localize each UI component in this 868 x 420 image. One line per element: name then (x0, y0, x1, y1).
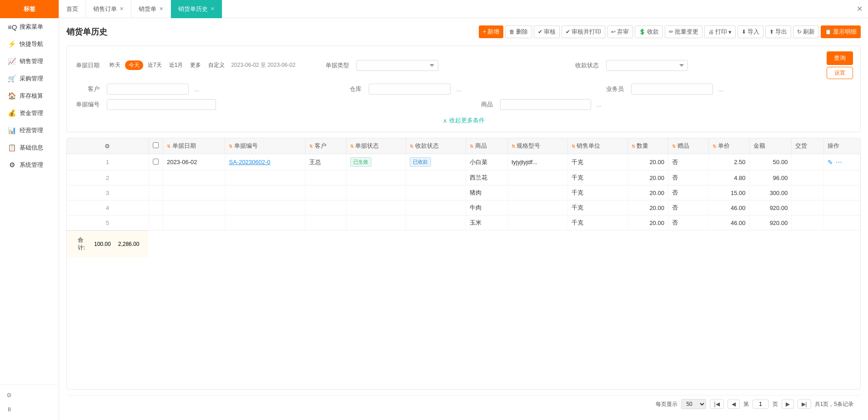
row-checkbox[interactable] (148, 185, 163, 200)
tab-sales-goods[interactable]: 销货单 ✕ (131, 0, 171, 18)
row-amount: 300.00 (749, 185, 792, 200)
refresh-button[interactable]: ↻ 刷新 (793, 25, 819, 38)
sidebar-item-operations[interactable]: 📊 经营管理 (0, 122, 59, 139)
approve-print-button[interactable]: ✔ 审核并打印 (562, 25, 605, 38)
print-button[interactable]: 🖨 打印 ▾ (704, 25, 736, 38)
show-detail-button[interactable]: 📋 显示明细 (821, 25, 861, 38)
yesterday-btn[interactable]: 昨天 (107, 60, 123, 70)
sidebar-item-sys-mgmt[interactable]: ⚙ 系统管理 (0, 156, 59, 174)
export-icon: ⬆ (769, 29, 774, 35)
sidebar-item-finance[interactable]: 💰 资金管理 (0, 105, 59, 122)
operations-icon: 📊 (8, 126, 16, 135)
sidebar-item-purchase-mgmt[interactable]: 🛒 采购管理 (0, 70, 59, 87)
inventory-icon: 🏠 (8, 92, 16, 100)
next-page-button[interactable]: ▶ (782, 400, 794, 409)
row-index: 4 (67, 200, 148, 215)
edit-action-icon[interactable]: ✎ (828, 159, 833, 166)
export-button[interactable]: ⬆ 导出 (765, 25, 791, 38)
today-btn[interactable]: 今天 (125, 60, 143, 70)
batch-change-button[interactable]: ✏ 批量变更 (665, 25, 702, 38)
top-nav: 首页 销售订单 ✕ 销货单 ✕ 销货单历史 ✕ ✕ (59, 0, 868, 18)
sidebar-item-sales-mgmt[interactable]: 📈 销售管理 (0, 53, 59, 70)
sidebar-bottom: ⚙ ⏸ (0, 384, 59, 420)
sidebar-item-quick-nav[interactable]: ⚡ 快捷导航 (0, 35, 59, 53)
col-settings[interactable]: ⚙ (67, 138, 148, 154)
sidebar-item-basic-info[interactable]: 📋 基础信息 (0, 139, 59, 156)
doc-number-link[interactable]: SA-20230602-0 (229, 159, 270, 165)
toolbar: + 新增 🗑 删除 ✔ 审核 ✔ 审核并打印 ↩ 弃审 (479, 25, 861, 38)
page-size-select[interactable]: 50 10 20 100 (681, 399, 706, 409)
row-customer: 王总 (306, 154, 346, 170)
col-doc-date[interactable]: ⇅ 单据日期 (163, 138, 225, 154)
filter-settings-button[interactable]: 设置 (827, 67, 853, 79)
col-customer[interactable]: ⇅ 客户 (306, 138, 346, 154)
close-sales-order-icon[interactable]: ✕ (120, 6, 124, 12)
close-sales-history-icon[interactable]: ✕ (211, 6, 215, 12)
row-checkbox[interactable] (148, 154, 163, 170)
warehouse-dots[interactable]: ... (454, 86, 463, 93)
tab-home[interactable]: 首页 (59, 0, 86, 18)
row-checkbox[interactable] (148, 215, 163, 230)
first-page-button[interactable]: |◀ (710, 400, 723, 409)
filter-row-2: 客户 ... 仓库 ... 业务员 ... (74, 84, 853, 95)
warehouse-input[interactable] (369, 84, 451, 95)
last-page-button[interactable]: ▶| (798, 400, 811, 409)
doc-number-input[interactable] (107, 99, 216, 110)
abandon-icon: ↩ (611, 29, 616, 35)
sidebar-bottom-pause[interactable]: ⏸ (0, 402, 59, 416)
col-goods[interactable]: ⇅ 商品 (466, 138, 508, 154)
col-qty[interactable]: ⇅ 数量 (627, 138, 668, 154)
row-customer (306, 185, 346, 200)
more-action-icon[interactable]: ⋯ (836, 159, 842, 166)
last1m-btn[interactable]: 近1月 (166, 60, 186, 70)
abandon-button[interactable]: ↩ 弃审 (607, 25, 633, 38)
last7-btn[interactable]: 近7天 (145, 60, 165, 70)
row-checkbox[interactable] (148, 170, 163, 185)
select-all-checkbox[interactable] (153, 142, 159, 148)
sidebar-bottom-settings[interactable]: ⚙ (0, 388, 59, 402)
payment-status-badge: 已收款 (410, 157, 431, 167)
page-number-input[interactable] (753, 400, 769, 409)
import-button[interactable]: ⬇ 导入 (738, 25, 763, 38)
row-checkbox[interactable] (148, 200, 163, 215)
collapse-button[interactable]: ∧ 收起更多条件 (74, 115, 853, 126)
close-sales-goods-icon[interactable]: ✕ (159, 6, 163, 12)
approve-button[interactable]: ✔ 审核 (534, 25, 560, 38)
goods-dots[interactable]: ... (595, 101, 603, 108)
data-table-wrapper: ⚙ ⇅ 单据日期 ⇅ 单据编号 ⇅ 客户 ⇅ 单据状态 ⇅ 收款状态 ⇅ 商品 … (66, 138, 861, 390)
receive-button[interactable]: 💲 收款 (635, 25, 663, 38)
query-button[interactable]: 查询 (827, 51, 853, 65)
warehouse-group: ... (369, 84, 591, 95)
col-unit-price[interactable]: ⇅ 单价 (709, 138, 749, 154)
col-doc-status[interactable]: ⇅ 单据状态 (346, 138, 406, 154)
sort-price-icon: ⇅ (712, 144, 716, 149)
payment-status-select[interactable] (606, 60, 688, 71)
col-checkbox[interactable] (148, 138, 163, 154)
goods-input[interactable] (500, 99, 591, 110)
customer-dots[interactable]: ... (192, 86, 201, 93)
doc-type-select[interactable] (356, 60, 438, 71)
col-doc-number[interactable]: ⇅ 单据编号 (225, 138, 306, 154)
tab-sales-order[interactable]: 销售订单 ✕ (86, 0, 131, 18)
page-title: 销货单历史 (66, 26, 107, 37)
col-spec-model[interactable]: ⇅ 规格型号 (507, 138, 567, 154)
customer-input[interactable] (107, 84, 189, 95)
col-payment-status[interactable]: ⇅ 收款状态 (406, 138, 466, 154)
sidebar-item-inventory[interactable]: 🏠 库存核算 (0, 87, 59, 105)
tab-sales-history[interactable]: 销货单历史 ✕ (171, 0, 222, 18)
more-btn[interactable]: 更多 (187, 60, 204, 70)
table-row: 1 2023-06-02 SA-20230602-0 王总 已生效 已收款 小白… (67, 154, 860, 170)
delete-button[interactable]: 🗑 删除 (505, 25, 532, 38)
col-gift[interactable]: ⇅ 赠品 (668, 138, 708, 154)
prev-page-button[interactable]: ◀ (728, 400, 740, 409)
col-sales-unit[interactable]: ⇅ 销售单位 (567, 138, 627, 154)
salesman-input[interactable] (631, 84, 713, 95)
add-button[interactable]: + 新增 (479, 25, 503, 38)
row-check[interactable] (153, 159, 159, 165)
salesman-dots[interactable]: ... (717, 86, 725, 93)
custom-btn[interactable]: 自定义 (206, 60, 227, 70)
sidebar-item-search-menu[interactable]: ≡Q 搜索菜单 (0, 18, 59, 35)
row-goods: 猪肉 (466, 185, 508, 200)
collapse-up-icon: ∧ (443, 117, 447, 124)
close-all-tabs-button[interactable]: ✕ (851, 5, 868, 13)
